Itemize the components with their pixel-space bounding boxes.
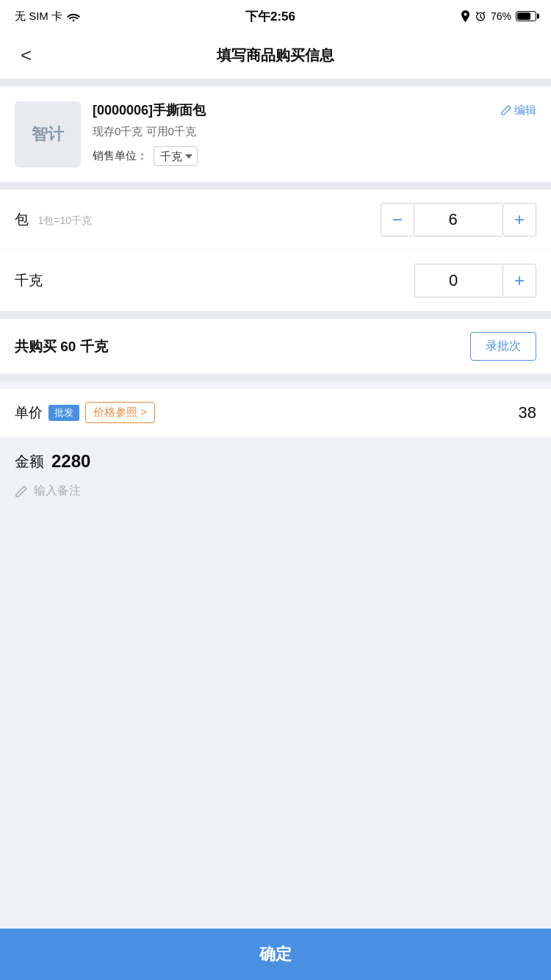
top-divider bbox=[0, 79, 551, 87]
product-title-row: [0000006]手撕面包 编辑 bbox=[93, 101, 536, 119]
price-ref-button[interactable]: 价格参照 > bbox=[85, 402, 155, 423]
battery-icon bbox=[516, 11, 536, 21]
confirm-button[interactable]: 确定 bbox=[0, 929, 551, 980]
unit-select[interactable]: 千克 包 bbox=[154, 146, 198, 166]
wifi-icon bbox=[67, 11, 80, 21]
price-label: 单价 bbox=[15, 403, 43, 422]
bag-label-group: 包 1包=10千克 bbox=[15, 210, 92, 229]
product-unit-row: 销售单位： 千克 包 bbox=[93, 146, 536, 166]
remark-placeholder: 输入备注 bbox=[34, 483, 81, 499]
price-section: 单价 批发 价格参照 > 38 bbox=[0, 389, 551, 436]
bag-label: 包 bbox=[15, 212, 29, 227]
kg-qty-control: + bbox=[414, 264, 536, 298]
bag-plus-button[interactable]: + bbox=[503, 203, 536, 237]
mid-divider-2 bbox=[0, 311, 551, 319]
amount-label: 金额 bbox=[15, 452, 44, 472]
bag-hint: 1包=10千克 bbox=[37, 215, 92, 226]
amount-row: 金额 2280 bbox=[15, 451, 536, 472]
product-card: 智计 [0000006]手撕面包 编辑 现存0千克 可用0千克 销售单位： 千克… bbox=[0, 87, 551, 182]
battery-percentage: 76% bbox=[491, 10, 511, 22]
nav-bar: < 填写商品购买信息 bbox=[0, 32, 551, 79]
status-bar: 无 SIM 卡 下午2:56 76% bbox=[0, 0, 551, 32]
bag-minus-button[interactable]: − bbox=[381, 203, 414, 237]
pencil-icon bbox=[15, 485, 28, 498]
carrier-label: 无 SIM 卡 bbox=[15, 10, 62, 24]
kg-plus-button[interactable]: + bbox=[503, 264, 536, 298]
price-label-group: 单价 批发 价格参照 > bbox=[15, 402, 155, 423]
edit-icon bbox=[501, 105, 511, 115]
page-title: 填写商品购买信息 bbox=[217, 46, 334, 65]
bag-qty-control: − + bbox=[381, 203, 536, 237]
product-logo: 智计 bbox=[32, 123, 64, 145]
alarm-icon bbox=[475, 10, 486, 22]
product-stock: 现存0千克 可用0千克 bbox=[93, 125, 536, 139]
back-button[interactable]: < bbox=[15, 38, 37, 73]
edit-button[interactable]: 编辑 bbox=[501, 104, 536, 118]
price-value: 38 bbox=[519, 403, 536, 422]
batch-button[interactable]: 录批次 bbox=[470, 332, 536, 361]
kg-label-group: 千克 bbox=[15, 271, 43, 290]
amount-section: 金额 2280 输入备注 bbox=[0, 436, 551, 514]
empty-space bbox=[0, 514, 551, 929]
product-name: [0000006]手撕面包 bbox=[93, 101, 206, 119]
product-thumbnail: 智计 bbox=[15, 101, 81, 167]
remark-row[interactable]: 输入备注 bbox=[15, 483, 536, 514]
kg-label: 千克 bbox=[15, 273, 43, 288]
summary-text: 共购买 60 千克 bbox=[15, 337, 108, 356]
price-tag: 批发 bbox=[48, 405, 79, 421]
status-right: 76% bbox=[461, 10, 536, 22]
summary-row: 共购买 60 千克 录批次 bbox=[0, 319, 551, 374]
status-left: 无 SIM 卡 bbox=[15, 10, 80, 24]
time-display: 下午2:56 bbox=[245, 8, 295, 25]
location-icon bbox=[461, 10, 470, 22]
amount-value: 2280 bbox=[51, 451, 90, 472]
kg-qty-input[interactable] bbox=[414, 264, 503, 298]
mid-divider-3 bbox=[0, 374, 551, 381]
unit-label: 销售单位： bbox=[93, 149, 148, 163]
bag-qty-input[interactable] bbox=[414, 203, 503, 237]
bag-quantity-row: 包 1包=10千克 − + bbox=[0, 190, 551, 251]
kg-quantity-row: 千克 + bbox=[0, 251, 551, 311]
mid-divider-1 bbox=[0, 182, 551, 190]
product-info: [0000006]手撕面包 编辑 现存0千克 可用0千克 销售单位： 千克 包 bbox=[93, 101, 536, 166]
